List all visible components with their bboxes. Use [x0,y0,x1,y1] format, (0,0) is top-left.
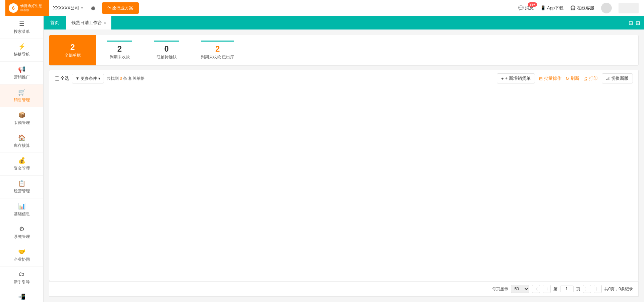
purchase-icon: 📦 [18,111,25,119]
sidebar-label-purchase: 采购管理 [14,120,30,126]
sidebar-item-operations[interactable]: 📋 经营管理 [0,176,43,198]
messages-badge: 99+ [528,2,537,7]
company-selector[interactable]: XXXXXX公司 ▾ [49,0,87,16]
messages-btn[interactable]: 💬 消息 99+ [518,5,534,11]
tab-maximize-button[interactable]: ⊞ [636,20,640,26]
refresh-button[interactable]: ↻ 刷新 [566,75,579,81]
sidebar-item-enterprise[interactable]: 🤝 企业协同 [0,244,43,267]
inventory-icon: 🏠 [18,134,25,141]
sidebar-item-sales[interactable]: 🛒 销售管理 [0,84,43,107]
page-size-select[interactable]: 50 10 20 100 [511,285,529,293]
batch-ops-button[interactable]: ⊞ 批量操作 [539,75,561,81]
stat-card-overdue-unshipped[interactable]: 2 到期未收款 已出库 [190,35,245,65]
tab-home[interactable]: 首页 [44,16,66,29]
sidebar-label-basic-info: 基础信息 [14,211,30,217]
new-sale-button[interactable]: + + 新增销货单 [497,73,535,83]
stat-num-all: 2 [70,43,75,52]
online-service-btn[interactable]: 🎧 在线客服 [570,5,594,11]
sidebar-item-marketing[interactable]: 📢 营销推广 [0,62,43,84]
sidebar-label-marketing: 营销推广 [14,74,30,80]
tab-close-icon[interactable]: × [104,21,106,25]
stat-card-overdue-unpaid[interactable]: 2 到期未收款 [96,35,143,65]
batch-icon: ⊞ [539,76,543,81]
sidebar-item-guide[interactable]: 🗂 新手引导 [0,267,43,289]
quick-nav-icon: ⚡ [18,43,25,50]
sidebar: ☰ 搜索菜单 ⚡ 快捷导航 📢 营销推广 🛒 销售管理 📦 采购管理 🏠 库存核… [0,16,44,302]
tab-bar: 首页 钱货日清工作台 × ⊟ ⊞ [44,16,644,29]
sidebar-item-inventory[interactable]: 🏠 库存核算 [0,130,43,153]
new-sale-label: + 新增销货单 [505,75,531,81]
stat-label-overdue-unpaid: 到期未收款 [110,54,130,60]
app-download-icon: 📱 [540,5,546,10]
table-section: 全选 ▼ 更多条件 ▾ 共找到 0 条 相关单据 [49,70,639,297]
operations-icon: 📋 [18,180,25,187]
finance-icon: 💰 [18,157,25,164]
message-icon: 💬 [518,5,524,10]
system-icon: ⚙ [19,225,24,233]
select-all-checkbox[interactable]: 全选 [55,75,69,81]
page-content: 2 全部单据 2 到期未收款 0 旺铺待确认 2 到期未收款 已出库 [44,29,644,302]
sidebar-item-basic-info[interactable]: 📊 基础信息 [0,198,43,221]
toolbar-left: 全选 ▼ 更多条件 ▾ 共找到 0 条 相关单据 [55,74,493,83]
stats-cards: 2 全部单据 2 到期未收款 0 旺铺待确认 2 到期未收款 已出库 [49,35,639,66]
avatar[interactable] [601,3,612,13]
sidebar-item-app-center[interactable]: 📲 应用中心 [0,289,43,302]
sidebar-item-purchase[interactable]: 📦 采购管理 [0,107,43,130]
page-input[interactable] [560,286,574,292]
print-label: 打印 [589,75,598,81]
empty-content [49,87,638,221]
headset-icon: 🎧 [570,5,576,10]
sidebar-label-finance: 资金管理 [14,166,30,171]
tab-minimize-button[interactable]: ⊟ [629,20,633,26]
sidebar-label-operations: 经营管理 [14,188,30,194]
plus-icon: + [501,76,504,81]
filter-label: 更多条件 [81,76,97,81]
sidebar-item-quick-nav[interactable]: ⚡ 快捷导航 [0,39,43,62]
trial-button[interactable]: 体验行业方案 [102,2,139,14]
sidebar-label-system: 系统管理 [14,234,30,240]
print-icon: 🖨 [583,76,588,81]
chevron-down-icon: ▾ [81,6,83,10]
filter-icon: ▼ [75,76,79,81]
basic-info-icon: 📊 [18,202,25,210]
guide-icon: 🗂 [19,271,25,278]
select-all-label: 全选 [60,75,69,81]
sidebar-item-finance[interactable]: 💰 资金管理 [0,153,43,176]
next-page-button[interactable]: 〉 [583,285,591,293]
app-center-icon: 📲 [18,293,25,301]
switch-version-button[interactable]: ⇄ 切换新版 [602,73,633,83]
stat-num-overdue-unpaid: 2 [117,44,122,54]
tab-current[interactable]: 钱货日清工作台 × [66,16,111,29]
toolbar: 全选 ▼ 更多条件 ▾ 共找到 0 条 相关单据 [49,70,639,87]
stat-label-all: 全部单据 [65,53,81,58]
found-unit: 条 [123,76,127,81]
sidebar-item-system[interactable]: ⚙ 系统管理 [0,221,43,244]
filter-button[interactable]: ▼ 更多条件 ▾ [72,74,104,83]
sidebar-item-search-menu[interactable]: ☰ 搜索菜单 [0,16,43,39]
online-service-label: 在线客服 [577,5,594,11]
settings-button[interactable] [87,2,99,14]
app-download-label: App下载 [547,5,564,11]
logo-area: 6 畅捷通好生意 标准版 [5,0,49,16]
top-bar: 6 畅捷通好生意 标准版 XXXXXX公司 ▾ 体验行业方案 💬 消息 99+ … [0,0,644,16]
content-area: 首页 钱货日清工作台 × ⊟ ⊞ 2 全部单据 2 [44,16,644,302]
first-page-button[interactable]: 《 [532,285,540,293]
stat-card-pending-confirm[interactable]: 0 旺铺待确认 [143,35,190,65]
prev-page-button[interactable]: 〈 [543,285,551,293]
app-download-btn[interactable]: 📱 App下载 [540,5,564,11]
tab-home-label: 首页 [50,20,59,26]
found-text: 共找到 0 条 相关单据 [107,76,145,81]
last-page-button[interactable]: 》 [594,285,602,293]
refresh-label: 刷新 [571,75,579,81]
found-suffix: 相关单据 [128,76,145,81]
batch-label: 批量操作 [544,75,561,81]
select-all-input[interactable] [55,76,59,81]
tab-current-label: 钱货日清工作台 [71,20,102,26]
page-prefix: 第 [553,286,557,292]
found-count: 0 [120,76,122,81]
stat-card-all[interactable]: 2 全部单据 [49,35,96,65]
page-suffix: 页 [576,286,580,292]
print-button[interactable]: 🖨 打印 [583,75,598,81]
stat-num-pending-confirm: 0 [164,44,169,54]
sidebar-label-enterprise: 企业协同 [14,257,30,262]
